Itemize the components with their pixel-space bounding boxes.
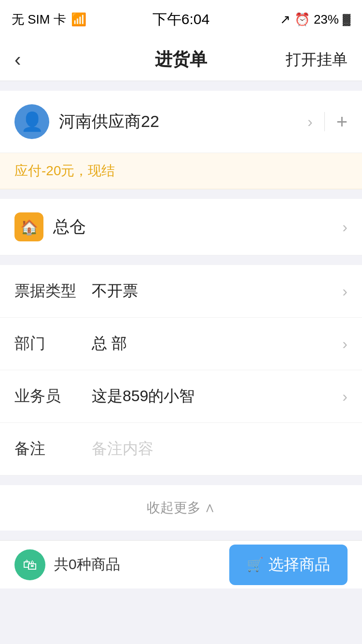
- sales-label: 业务员: [14, 386, 92, 407]
- house-icon: 🏠: [20, 219, 38, 236]
- wifi-icon: 📶: [71, 12, 86, 27]
- cart-icon: 🛍: [23, 557, 37, 573]
- notice-text: 应付-20元，现结: [14, 163, 115, 178]
- status-time: 下午6:04: [153, 10, 209, 29]
- warehouse-row[interactable]: 🏠 总仓 ›: [0, 199, 362, 255]
- supplier-row[interactable]: 👤 河南供应商22 › +: [0, 91, 362, 153]
- main-content: 👤 河南供应商22 › + 应付-20元，现结 🏠 总仓 › 票据类型 不开票 …: [0, 81, 362, 588]
- invoice-chevron-icon: ›: [342, 282, 348, 300]
- warehouse-chevron-icon: ›: [342, 218, 348, 236]
- form-section: 票据类型 不开票 › 部门 总 部 › 业务员 这是859的小智 › 备注 备注…: [0, 265, 362, 476]
- cart-icon-wrap: 🛍: [14, 549, 45, 580]
- remark-label: 备注: [14, 438, 92, 460]
- notice-row: 应付-20元，现结: [0, 153, 362, 189]
- department-label: 部门: [14, 333, 92, 354]
- open-pending-button[interactable]: 打开挂单: [286, 49, 348, 70]
- invoice-label: 票据类型: [14, 280, 92, 302]
- avatar: 👤: [14, 104, 49, 139]
- collapse-button[interactable]: 收起更多 ∧: [0, 485, 362, 531]
- sales-chevron-icon: ›: [342, 388, 348, 406]
- status-bar: 无 SIM 卡 📶 下午6:04 ↗ ⏰ 23% ▓: [0, 0, 362, 39]
- gap-2: [0, 189, 362, 199]
- select-btn-label: 选择商品: [268, 554, 330, 575]
- page-title: 进货单: [155, 48, 207, 71]
- remark-row[interactable]: 备注 备注内容: [0, 423, 362, 476]
- alarm-icon: ⏰: [294, 12, 310, 27]
- nav-bar: ‹ 进货单 打开挂单: [0, 39, 362, 81]
- gap-4: [0, 476, 362, 485]
- department-row[interactable]: 部门 总 部 ›: [0, 318, 362, 370]
- supplier-section: 👤 河南供应商22 › + 应付-20元，现结: [0, 91, 362, 189]
- gap-3: [0, 255, 362, 265]
- department-value: 总 部: [92, 333, 342, 354]
- bottom-bar: 🛍 共0种商品 🛒 选择商品: [0, 540, 362, 588]
- sales-value: 这是859的小智: [92, 386, 342, 407]
- back-button[interactable]: ‹: [14, 49, 43, 70]
- warehouse-name: 总仓: [53, 216, 342, 238]
- supplier-name: 河南供应商22: [59, 111, 307, 133]
- avatar-icon: 👤: [21, 111, 43, 132]
- warehouse-icon-wrap: 🏠: [14, 212, 43, 241]
- gap-1: [0, 81, 362, 91]
- add-supplier-button[interactable]: +: [336, 111, 348, 133]
- invoice-value: 不开票: [92, 280, 342, 302]
- battery-icon: ▓: [343, 13, 350, 26]
- sales-row[interactable]: 业务员 这是859的小智 ›: [0, 370, 362, 423]
- gap-5: [0, 531, 362, 540]
- department-chevron-icon: ›: [342, 335, 348, 353]
- collapse-label: 收起更多 ∧: [147, 500, 216, 515]
- invoice-row[interactable]: 票据类型 不开票 ›: [0, 265, 362, 318]
- battery-text: 23%: [314, 12, 339, 27]
- carrier-text: 无 SIM 卡: [12, 11, 66, 28]
- select-btn-icon: 🛒: [247, 557, 264, 573]
- remark-input[interactable]: 备注内容: [92, 438, 348, 460]
- status-left: 无 SIM 卡 📶: [12, 11, 86, 28]
- warehouse-section: 🏠 总仓 ›: [0, 199, 362, 255]
- product-count: 共0种商品: [54, 555, 229, 574]
- divider: [324, 112, 325, 131]
- status-right: ↗ ⏰ 23% ▓: [280, 12, 350, 27]
- select-product-button[interactable]: 🛒 选择商品: [229, 545, 348, 585]
- location-icon: ↗: [280, 12, 291, 27]
- chevron-right-icon: ›: [307, 113, 313, 131]
